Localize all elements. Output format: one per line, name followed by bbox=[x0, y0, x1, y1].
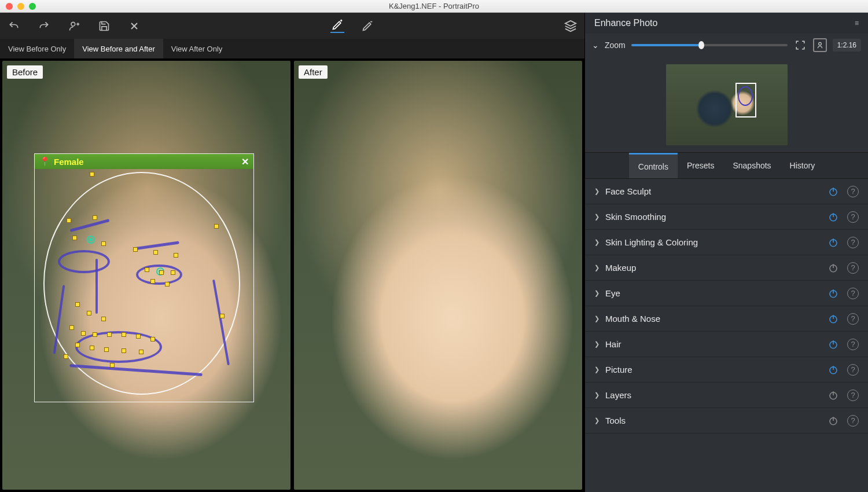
fullscreen-window-button[interactable] bbox=[29, 3, 36, 10]
control-point[interactable] bbox=[107, 332, 112, 337]
control-point[interactable] bbox=[64, 354, 68, 359]
after-pane[interactable]: After bbox=[294, 61, 582, 490]
section-help-icon[interactable]: ? bbox=[847, 415, 859, 427]
section-power-toggle[interactable] bbox=[827, 364, 839, 376]
zoom-slider-thumb[interactable] bbox=[698, 41, 704, 49]
face-mesh-line[interactable] bbox=[75, 331, 162, 363]
section-help-icon[interactable]: ? bbox=[847, 262, 859, 274]
face-mesh-line[interactable] bbox=[58, 250, 110, 273]
section-skin-lighting-coloring[interactable]: ❯Skin Lighting & Coloring? bbox=[585, 230, 868, 255]
section-help-icon[interactable]: ? bbox=[847, 313, 859, 325]
brush-add-icon[interactable] bbox=[330, 19, 344, 33]
section-hair[interactable]: ❯Hair? bbox=[585, 332, 868, 357]
section-help-icon[interactable]: ? bbox=[847, 288, 859, 299]
navigator-thumbnail[interactable] bbox=[666, 64, 788, 145]
layers-icon[interactable] bbox=[564, 19, 578, 33]
control-point[interactable] bbox=[93, 332, 97, 337]
close-icon[interactable] bbox=[127, 19, 141, 33]
control-point[interactable] bbox=[75, 343, 80, 347]
zoom-collapse-icon[interactable]: ⌄ bbox=[592, 41, 599, 50]
view-after-only-tab[interactable]: View After Only bbox=[163, 39, 231, 58]
control-point[interactable] bbox=[101, 241, 106, 246]
control-point[interactable] bbox=[153, 250, 158, 255]
zoom-fit-icon[interactable] bbox=[793, 38, 807, 52]
control-point[interactable] bbox=[69, 325, 74, 330]
section-help-icon[interactable]: ? bbox=[847, 339, 859, 350]
eye-marker[interactable] bbox=[87, 236, 95, 244]
section-power-toggle[interactable] bbox=[827, 262, 839, 274]
section-eye[interactable]: ❯Eye? bbox=[585, 281, 868, 306]
zoom-ratio[interactable]: 1:2.16 bbox=[833, 39, 861, 52]
minimize-window-button[interactable] bbox=[17, 3, 24, 10]
close-window-button[interactable] bbox=[6, 3, 13, 10]
control-point[interactable] bbox=[72, 236, 77, 240]
section-help-icon[interactable]: ? bbox=[847, 186, 859, 197]
zoom-slider[interactable] bbox=[631, 44, 788, 46]
control-point[interactable] bbox=[136, 334, 141, 339]
control-point[interactable] bbox=[93, 215, 97, 220]
control-point[interactable] bbox=[145, 267, 149, 272]
section-layers[interactable]: ❯Layers? bbox=[585, 383, 868, 408]
before-pane[interactable]: Before 📍 Female ✕ bbox=[2, 61, 290, 490]
add-person-icon[interactable] bbox=[67, 19, 81, 33]
control-point[interactable] bbox=[122, 348, 126, 353]
control-point[interactable] bbox=[110, 363, 115, 368]
control-point[interactable] bbox=[67, 218, 71, 223]
section-power-toggle[interactable] bbox=[827, 186, 839, 197]
control-point[interactable] bbox=[159, 270, 164, 275]
control-point[interactable] bbox=[174, 253, 178, 258]
section-help-icon[interactable]: ? bbox=[847, 211, 859, 223]
section-picture[interactable]: ❯Picture? bbox=[585, 357, 868, 383]
section-power-toggle[interactable] bbox=[827, 339, 839, 350]
tab-presets[interactable]: Presets bbox=[678, 153, 723, 178]
brush-remove-icon[interactable] bbox=[361, 19, 374, 33]
tab-history[interactable]: History bbox=[781, 153, 825, 178]
section-help-icon[interactable]: ? bbox=[847, 237, 859, 248]
view-before-only-tab[interactable]: View Before Only bbox=[0, 39, 74, 58]
undo-icon[interactable] bbox=[7, 19, 21, 33]
section-mouth-nose[interactable]: ❯Mouth & Nose? bbox=[585, 306, 868, 332]
section-power-toggle[interactable] bbox=[827, 415, 839, 427]
save-icon[interactable] bbox=[97, 19, 111, 33]
control-point[interactable] bbox=[81, 331, 86, 336]
panel-menu-icon[interactable]: ≡ bbox=[855, 19, 859, 27]
control-point[interactable] bbox=[150, 337, 155, 342]
section-power-toggle[interactable] bbox=[827, 390, 839, 401]
control-point[interactable] bbox=[150, 279, 155, 284]
control-point[interactable] bbox=[171, 270, 175, 275]
face-overlay-header[interactable]: 📍 Female ✕ bbox=[35, 154, 253, 169]
face-mesh-line[interactable] bbox=[95, 259, 98, 314]
control-point[interactable] bbox=[90, 172, 94, 177]
section-makeup[interactable]: ❯Makeup? bbox=[585, 255, 868, 281]
control-point[interactable] bbox=[139, 350, 144, 354]
zoom-label: Zoom bbox=[605, 41, 626, 50]
face-overlay-close-icon[interactable]: ✕ bbox=[241, 156, 249, 167]
face-oval-outline[interactable] bbox=[43, 172, 240, 395]
tab-controls[interactable]: Controls bbox=[629, 153, 678, 178]
control-point[interactable] bbox=[104, 347, 109, 352]
control-point[interactable] bbox=[133, 247, 138, 252]
redo-icon[interactable] bbox=[37, 19, 51, 33]
zoom-face-icon[interactable] bbox=[813, 38, 827, 52]
control-point[interactable] bbox=[165, 282, 170, 287]
section-power-toggle[interactable] bbox=[827, 237, 839, 248]
control-point[interactable] bbox=[101, 317, 106, 321]
control-point[interactable] bbox=[214, 224, 219, 229]
section-power-toggle[interactable] bbox=[827, 288, 839, 299]
control-point[interactable] bbox=[122, 332, 126, 337]
section-help-icon[interactable]: ? bbox=[847, 364, 859, 376]
tab-snapshots[interactable]: Snapshots bbox=[723, 153, 780, 178]
section-face-sculpt[interactable]: ❯Face Sculpt? bbox=[585, 179, 868, 204]
section-power-toggle[interactable] bbox=[827, 313, 839, 325]
section-help-icon[interactable]: ? bbox=[847, 390, 859, 401]
section-tools[interactable]: ❯Tools? bbox=[585, 408, 868, 434]
control-point[interactable] bbox=[75, 302, 80, 307]
view-before-after-tab[interactable]: View Before and After bbox=[74, 39, 163, 58]
section-skin-smoothing[interactable]: ❯Skin Smoothing? bbox=[585, 204, 868, 230]
control-point[interactable] bbox=[90, 346, 94, 350]
control-point[interactable] bbox=[220, 314, 225, 318]
face-outline-box[interactable]: 📍 Female ✕ bbox=[34, 153, 254, 402]
control-point[interactable] bbox=[87, 311, 91, 315]
section-power-toggle[interactable] bbox=[827, 211, 839, 223]
face-overlay-body[interactable] bbox=[35, 169, 253, 402]
